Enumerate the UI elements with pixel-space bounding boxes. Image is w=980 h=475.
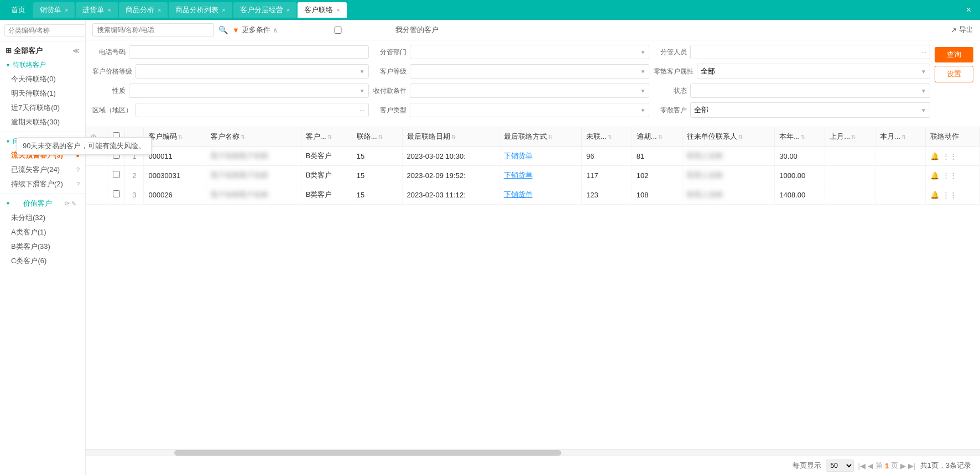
th-last-method[interactable]: 最后联络方式⇅ — [499, 127, 581, 147]
th-this-month[interactable]: 本月...⇅ — [875, 127, 926, 147]
sidebar-item-churned[interactable]: 已流失客户(24) ? — [0, 163, 85, 177]
th-last-month[interactable]: 上月...⇅ — [825, 127, 875, 147]
action-more-1[interactable]: ⋮⋮ — [942, 171, 957, 180]
window-close-button[interactable]: × — [962, 5, 976, 15]
td-overdue-0: 81 — [632, 147, 682, 166]
action-contact-0[interactable]: 🔔 — [930, 152, 939, 160]
sort-contact[interactable]: ⇅ — [378, 134, 383, 140]
region-more[interactable]: ··· — [359, 106, 365, 114]
last-method-link-0[interactable]: 下销货单 — [504, 152, 533, 160]
sort-last-month[interactable]: ⇅ — [851, 134, 856, 140]
sidebar-group-waiting[interactable]: 待联络客户 — [0, 58, 85, 72]
th-name[interactable]: 客户名称⇅ — [206, 127, 301, 147]
action-contact-1[interactable]: 🔔 — [930, 171, 939, 180]
row-checkbox-1[interactable] — [113, 171, 120, 178]
td-last-method-0[interactable]: 下销货单 — [499, 147, 581, 166]
my-customers-checkbox[interactable] — [283, 27, 393, 34]
th-current-year[interactable]: 本年...⇅ — [775, 127, 825, 147]
field-price-level: 客户价格等级 ▼ — [92, 64, 369, 79]
more-conditions-btn[interactable]: ▼ 更多条件 ∧ — [232, 25, 278, 35]
tab-customer-contact-close[interactable]: × — [336, 7, 340, 13]
export-btn[interactable]: ↗ 导出 — [951, 25, 973, 35]
sidebar-item-overdue-contact[interactable]: 逾期未联络(30) — [0, 115, 85, 129]
tab-customer-tier-close[interactable]: × — [286, 7, 290, 13]
tab-sales[interactable]: 销货单 × — [33, 2, 75, 18]
sort-last-method[interactable]: ⇅ — [548, 134, 552, 140]
sort-code[interactable]: ⇅ — [178, 134, 183, 140]
sidebar-item-class-c[interactable]: C类客户(6) — [0, 254, 85, 268]
sidebar-all-customers[interactable]: ⊞全部客户 ≪ — [0, 41, 85, 58]
per-page-select[interactable]: 50 100 200 — [826, 460, 854, 472]
action-contact-2[interactable]: 🔔 — [930, 191, 939, 199]
th-last-date[interactable]: 最后联络日期⇅ — [402, 127, 499, 147]
phone-input[interactable] — [129, 45, 369, 59]
search-btn[interactable]: 🔍 — [218, 25, 228, 34]
sort-last-date[interactable]: ⇅ — [451, 134, 456, 140]
sidebar-search-input[interactable] — [4, 24, 86, 36]
action-more-0[interactable]: ⋮⋮ — [942, 152, 957, 160]
sidebar-item-7days[interactable]: 近7天待联络(0) — [0, 101, 85, 115]
sidebar-all-label: ⊞全部客户 — [6, 46, 43, 56]
td-last-method-2[interactable]: 下销货单 — [499, 185, 581, 205]
horizontal-scrollbar[interactable] — [86, 449, 980, 456]
sidebar-group-value[interactable]: 价值客户 ⟳ ✎ — [0, 196, 85, 211]
action-more-2[interactable]: ⋮⋮ — [942, 191, 957, 199]
person-select[interactable]: ··· — [690, 45, 930, 59]
sort-uncontact[interactable]: ⇅ — [608, 134, 612, 140]
tab-home[interactable]: 首页 — [4, 2, 32, 18]
td-checkbox-1[interactable] — [108, 166, 125, 185]
sidebar-item-tomorrow[interactable]: 明天待联络(1) — [0, 86, 85, 101]
last-method-link-2[interactable]: 下销货单 — [504, 190, 533, 199]
status-select[interactable]: ▼ — [690, 83, 930, 98]
query-button[interactable]: 查询 — [935, 47, 973, 62]
tab-purchase-close[interactable]: × — [107, 7, 111, 13]
nature-select[interactable]: ▼ — [129, 83, 369, 98]
tab-analysis-list-close[interactable]: × — [222, 7, 225, 13]
last-method-link-1[interactable]: 下销货单 — [504, 171, 533, 179]
dept-select[interactable]: ▼ — [410, 45, 650, 59]
page-first-btn[interactable]: |◀ — [858, 462, 866, 470]
th-contact[interactable]: 联络...⇅ — [352, 127, 402, 147]
sidebar-item-class-a[interactable]: A类客户(1) — [0, 225, 85, 239]
retail-attr-select[interactable]: 全部 ▼ — [697, 64, 930, 79]
th-code[interactable]: 客户编码⇅ — [144, 127, 206, 147]
cust-level-select[interactable]: ▼ — [410, 64, 650, 79]
my-customers-checkbox-label[interactable]: 我分管的客户 — [283, 25, 439, 35]
sidebar-item-ungroup[interactable]: 未分组(32) — [0, 211, 85, 225]
sort-name[interactable]: ⇅ — [241, 134, 245, 140]
page-next-btn[interactable]: ▶ — [900, 462, 906, 470]
tab-analysis[interactable]: 商品分析 × — [119, 2, 168, 18]
tab-sales-close[interactable]: × — [65, 7, 68, 13]
cust-type-select[interactable]: ▼ — [410, 103, 650, 117]
retail-select[interactable]: 全部 ▼ — [690, 102, 930, 118]
td-checkbox-2[interactable] — [108, 185, 125, 205]
region-select[interactable]: ··· — [135, 103, 369, 117]
row-checkbox-2[interactable] — [113, 190, 120, 197]
price-level-select[interactable]: ▼ — [135, 64, 369, 79]
tab-analysis-close[interactable]: × — [158, 7, 161, 13]
tab-customer-contact[interactable]: 客户联络 × — [298, 2, 346, 18]
tab-analysis-list[interactable]: 商品分析列表 × — [169, 2, 232, 18]
sort-type[interactable]: ⇅ — [327, 134, 332, 140]
search-input[interactable] — [92, 23, 214, 36]
page-last-btn[interactable]: ▶| — [908, 462, 915, 470]
th-overdue[interactable]: 逾期...⇅ — [632, 127, 682, 147]
th-contact-person[interactable]: 往来单位联系人⇅ — [682, 127, 775, 147]
sort-overdue[interactable]: ⇅ — [658, 134, 663, 140]
td-last-method-1[interactable]: 下销货单 — [499, 166, 581, 185]
tab-purchase[interactable]: 进货单 × — [76, 2, 117, 18]
sidebar-item-class-b[interactable]: B类客户(33) — [0, 239, 85, 254]
sidebar-item-today[interactable]: 今天待联络(0) — [0, 72, 85, 86]
page-prev-btn[interactable]: ◀ — [868, 462, 873, 470]
scrollbar-thumb[interactable] — [174, 450, 561, 456]
th-uncontact[interactable]: 未联...⇅ — [582, 127, 632, 147]
th-type[interactable]: 客户...⇅ — [301, 127, 352, 147]
settings-button[interactable]: 设置 — [935, 66, 973, 82]
payment-select[interactable]: ▼ — [410, 83, 650, 98]
sidebar-collapse-icon[interactable]: ≪ — [72, 47, 80, 55]
sort-this-month[interactable]: ⇅ — [901, 134, 906, 140]
sidebar-item-declining[interactable]: 持续下滑客户(2) ? — [0, 177, 85, 191]
sort-current-year[interactable]: ⇅ — [801, 134, 805, 140]
tab-customer-tier[interactable]: 客户分层经营 × — [233, 2, 296, 18]
sort-contact-person[interactable]: ⇅ — [738, 134, 743, 140]
